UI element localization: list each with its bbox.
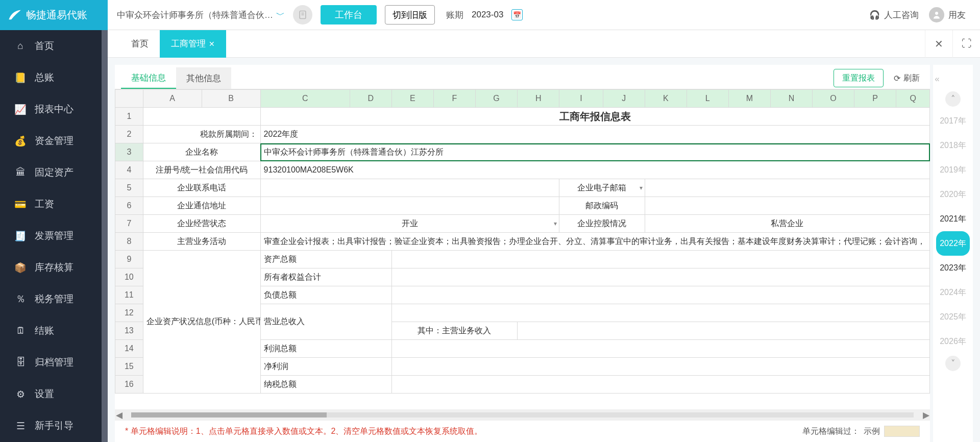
sidebar-item-11[interactable]: ⚙设置	[0, 378, 108, 410]
sidebar-item-1[interactable]: 📒总账	[0, 62, 108, 93]
cell[interactable]: 开业	[260, 215, 559, 233]
cell[interactable]: 负债总额	[260, 286, 391, 304]
row-header[interactable]: 12	[115, 304, 143, 322]
tab-1[interactable]: 工商管理✕	[160, 30, 226, 58]
sidebar-item-10[interactable]: 🗄归档管理	[0, 347, 108, 378]
sidebar-scrollbar[interactable]	[102, 30, 108, 442]
sidebar-item-4[interactable]: 🏛固定资产	[0, 157, 108, 188]
sidebar-item-3[interactable]: 💰资金管理	[0, 125, 108, 157]
cell[interactable]: 企业电子邮箱	[559, 179, 645, 197]
cell[interactable]: 企业名称	[143, 143, 260, 161]
sidebar-item-0[interactable]: ⌂首页	[0, 30, 108, 62]
col-header[interactable]: I	[559, 90, 603, 108]
row-header[interactable]: 8	[115, 233, 143, 251]
row-header[interactable]: 13	[115, 322, 143, 340]
col-header[interactable]: F	[433, 90, 475, 108]
document-icon[interactable]	[293, 5, 312, 24]
cell[interactable]: 企业控股情况	[559, 215, 645, 233]
cell[interactable]: 企业通信地址	[143, 197, 260, 215]
subtab-1[interactable]: 其他信息	[176, 67, 231, 89]
reset-report-button[interactable]: 重置报表	[834, 69, 884, 87]
col-header[interactable]: A	[143, 90, 202, 108]
sidebar-item-8[interactable]: ％税务管理	[0, 283, 108, 315]
cell[interactable]	[143, 108, 260, 126]
year-down-button[interactable]: ˅	[945, 356, 961, 371]
cell[interactable]: 注册号/统一社会信用代码	[143, 161, 260, 179]
year-2017年[interactable]: 2017年	[933, 109, 973, 133]
tab-0[interactable]: 首页	[120, 30, 160, 58]
cell[interactable]: 利润总额	[260, 340, 391, 358]
cell[interactable]: 91320100MA208E5W6K	[260, 161, 929, 179]
horizontal-scrollbar[interactable]: ◀ ▶	[115, 409, 930, 421]
cell[interactable]	[391, 376, 929, 394]
cell[interactable]: 私营企业	[645, 215, 929, 233]
col-header[interactable]: D	[350, 90, 391, 108]
sidebar-item-12[interactable]: ☰新手引导	[0, 410, 108, 441]
year-up-button[interactable]: ˄	[945, 91, 961, 107]
cell[interactable]	[391, 286, 929, 304]
scroll-left-icon[interactable]: ◀	[115, 410, 123, 421]
row-header[interactable]: 14	[115, 340, 143, 358]
cell[interactable]: 纳税总额	[260, 376, 391, 394]
cell[interactable]: 资产总额	[260, 251, 391, 268]
cell[interactable]: 邮政编码	[559, 197, 645, 215]
cell[interactable]: 中审众环会计师事务所（特殊普通合伙）江苏分所	[260, 143, 929, 161]
year-2018年[interactable]: 2018年	[933, 133, 973, 158]
cell[interactable]: 主营业务活动	[143, 233, 260, 251]
old-version-button[interactable]: 切到旧版	[385, 5, 435, 24]
row-header[interactable]: 2	[115, 126, 143, 143]
cell[interactable]: 工商年报信息表	[260, 108, 929, 126]
cell[interactable]: 企业经营状态	[143, 215, 260, 233]
sidebar-item-2[interactable]: 📈报表中心	[0, 93, 108, 125]
year-2021年[interactable]: 2021年	[933, 207, 973, 231]
row-header[interactable]: 4	[115, 161, 143, 179]
sidebar-item-5[interactable]: 💳工资	[0, 188, 108, 220]
row-header[interactable]: 9	[115, 251, 143, 268]
cell[interactable]: 净利润	[260, 358, 391, 376]
workbench-button[interactable]: 工作台	[321, 5, 377, 24]
subtab-0[interactable]: 基础信息	[121, 67, 176, 89]
user-menu[interactable]: 用友	[929, 7, 966, 22]
year-2022年[interactable]: 2022年	[936, 231, 970, 256]
refresh-button[interactable]: ⟳ 刷新	[894, 73, 920, 84]
cell[interactable]: 营业总收入	[260, 304, 391, 340]
cell[interactable]: 税款所属期间：	[143, 126, 260, 143]
year-2025年[interactable]: 2025年	[933, 305, 973, 329]
col-header[interactable]: E	[391, 90, 433, 108]
scroll-right-icon[interactable]: ▶	[922, 410, 930, 421]
calendar-icon[interactable]: 📅	[511, 9, 523, 20]
cell[interactable]	[391, 304, 929, 322]
col-header[interactable]: C	[260, 90, 350, 108]
row-header[interactable]: 10	[115, 268, 143, 286]
cell[interactable]: 企业资产状况信息(币种：人民币万元)	[143, 251, 260, 394]
cell[interactable]: 审查企业会计报表；出具审计报告；验证企业资本；出具验资报告；办理企业合开、分立、…	[260, 233, 929, 251]
row-header[interactable]: 3	[115, 143, 143, 161]
cell[interactable]: 2022年度	[260, 126, 929, 143]
col-header[interactable]: L	[687, 90, 728, 108]
cell[interactable]: 所有者权益合计	[260, 268, 391, 286]
cell[interactable]: 其中：主营业务收入	[391, 322, 517, 340]
col-header[interactable]: G	[476, 90, 518, 108]
cell[interactable]	[260, 197, 559, 215]
sidebar-item-7[interactable]: 📦库存核算	[0, 252, 108, 283]
col-header[interactable]: H	[518, 90, 559, 108]
sidebar-item-9[interactable]: 🗓结账	[0, 315, 108, 347]
row-header[interactable]: 7	[115, 215, 143, 233]
sidebar-item-6[interactable]: 🧾发票管理	[0, 220, 108, 252]
col-header[interactable]: N	[770, 90, 812, 108]
year-2024年[interactable]: 2024年	[933, 280, 973, 305]
year-2020年[interactable]: 2020年	[933, 182, 973, 207]
org-selector[interactable]: 中审众环会计师事务所（特殊普通合伙… ﹀	[117, 9, 285, 21]
year-2023年[interactable]: 2023年	[933, 256, 973, 280]
row-header[interactable]: 6	[115, 197, 143, 215]
cell[interactable]	[645, 179, 929, 197]
cell[interactable]	[391, 358, 929, 376]
fullscreen-button[interactable]: ⛶	[952, 30, 980, 58]
col-header[interactable]: J	[603, 90, 645, 108]
row-header[interactable]: 11	[115, 286, 143, 304]
cell[interactable]: 企业联系电话	[143, 179, 260, 197]
row-header[interactable]: 16	[115, 376, 143, 394]
cell[interactable]	[645, 197, 929, 215]
rail-collapse-icon[interactable]: «	[932, 69, 942, 89]
cell[interactable]	[391, 251, 929, 268]
